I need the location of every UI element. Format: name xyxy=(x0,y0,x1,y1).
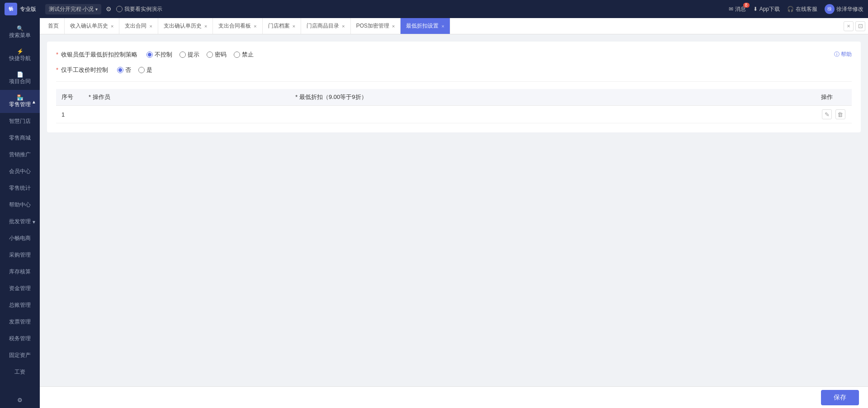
sidebar-settings-icon[interactable]: ⚙ xyxy=(13,392,27,408)
sidebar-item-ledger[interactable]: 总账管理 xyxy=(0,297,40,314)
help-button[interactable]: ⓘ 帮助 xyxy=(834,51,852,58)
member-label: 会员中心 xyxy=(2,168,38,175)
policy-no-control-label: 不控制 xyxy=(155,51,172,59)
tab-pos-password[interactable]: POS加密管理 × xyxy=(351,18,401,34)
manual-row: * 仅手工改价时控制 否 是 xyxy=(56,66,852,74)
purchase-label: 采购管理 xyxy=(2,251,38,259)
sidebar-item-purchase[interactable]: 采购管理 xyxy=(0,247,40,263)
tab-store-file-close[interactable]: × xyxy=(292,23,295,29)
user-name: 徐泽华修改 xyxy=(836,5,863,13)
tab-payment-contract-close[interactable]: × xyxy=(149,23,152,29)
policy-no-control[interactable]: 不控制 xyxy=(146,51,172,59)
sidebar-item-tax[interactable]: 税务管理 xyxy=(0,330,40,347)
tab-income-history-close[interactable]: × xyxy=(111,23,113,29)
tab-store-products-close[interactable]: × xyxy=(342,23,344,29)
tab-store-products[interactable]: 门店商品目录 × xyxy=(301,18,350,34)
policy-password-radio[interactable] xyxy=(207,52,213,58)
policy-forbid-label: 禁止 xyxy=(242,51,254,59)
sidebar-item-retail[interactable]: 🏪 零售管理 ▲ xyxy=(0,90,40,113)
policy-forbid-radio[interactable] xyxy=(234,52,240,58)
edit-row-btn[interactable]: ✎ xyxy=(822,109,832,119)
manual-yes-radio[interactable] xyxy=(138,67,145,73)
tab-close-all-btn[interactable]: × xyxy=(844,21,854,31)
logo-icon: 畅 xyxy=(5,3,17,15)
finance-label: 资金管理 xyxy=(2,285,38,292)
sidebar-item-smart-store[interactable]: 智慧门店 xyxy=(0,113,40,130)
col-header-actions: 操作 xyxy=(816,89,852,106)
sidebar-item-payroll[interactable]: 工资 xyxy=(0,364,40,380)
tab-min-discount[interactable]: 最低折扣设置 × xyxy=(401,18,450,34)
main-card: ⓘ 帮助 * 收银员低于最低折扣控制策略 不控制 xyxy=(47,42,861,132)
policy-radio-group: 不控制 提示 密码 禁 xyxy=(146,51,254,59)
tab-payment-confirm-label: 支出确认单历史 xyxy=(164,22,202,30)
sidebar-item-retail-mall[interactable]: 零售商城 xyxy=(0,130,40,146)
sidebar-item-search[interactable]: 🔍 搜索菜单 xyxy=(0,21,40,44)
sidebar-item-finance[interactable]: 资金管理 xyxy=(0,280,40,297)
sidebar-item-contract[interactable]: 📄 项目合同 xyxy=(0,67,40,90)
invoice-label: 发票管理 xyxy=(2,318,38,326)
help-label: 帮助中心 xyxy=(2,201,38,209)
policy-password[interactable]: 密码 xyxy=(207,51,226,59)
tab-payment-contract[interactable]: 支出合同 × xyxy=(119,18,158,34)
messages-btn[interactable]: ✉ 消息 8 xyxy=(729,5,746,13)
policy-forbid[interactable]: 禁止 xyxy=(234,51,254,59)
app-logo: 畅 专业版 xyxy=(5,3,41,15)
table-cell-seq: 1 xyxy=(56,106,83,123)
retail-stat-label: 零售统计 xyxy=(2,184,38,192)
policy-label: * 收银员低于最低折扣控制策略 xyxy=(56,51,137,59)
policy-no-control-radio[interactable] xyxy=(146,52,153,58)
tab-payment-board[interactable]: 支出合同看板 × xyxy=(213,18,262,34)
policy-row: * 收银员低于最低折扣控制策略 不控制 提示 xyxy=(56,51,852,59)
tab-pos-password-close[interactable]: × xyxy=(392,23,395,29)
tab-store-file[interactable]: 门店档案 × xyxy=(263,18,301,34)
manual-label: * 仅手工改价时控制 xyxy=(56,66,108,74)
sidebar-item-assets[interactable]: 固定资产 xyxy=(0,347,40,364)
search-icon: 🔍 xyxy=(2,25,38,32)
tab-min-discount-close[interactable]: × xyxy=(441,23,444,29)
table-cell-actions: ✎ 🗑 xyxy=(816,106,852,123)
demo-label: 我要看实例演示 xyxy=(124,5,162,13)
tab-home[interactable]: 首页 xyxy=(42,18,65,34)
form-section: ⓘ 帮助 * 收银员低于最低折扣控制策略 不控制 xyxy=(56,51,852,82)
online-service-label: 在线客服 xyxy=(796,5,817,13)
manual-no[interactable]: 否 xyxy=(117,66,131,74)
tab-store-file-label: 门店档案 xyxy=(268,22,290,30)
manual-radio-group: 否 是 xyxy=(117,66,152,74)
manual-no-radio[interactable] xyxy=(117,67,123,73)
online-service-btn[interactable]: 🎧 在线客服 xyxy=(787,5,817,13)
tab-income-history[interactable]: 收入确认单历史 × xyxy=(65,18,119,34)
sidebar-item-help[interactable]: 帮助中心 xyxy=(0,197,40,213)
sidebar-label-search: 搜索菜单 xyxy=(2,32,38,39)
tab-payment-confirm-close[interactable]: × xyxy=(204,23,207,29)
sidebar-item-retail-stat[interactable]: 零售统计 xyxy=(0,180,40,197)
sidebar-item-shortcut[interactable]: ⚡ 快捷导航 xyxy=(0,44,40,67)
sidebar-item-ecommerce[interactable]: 小畅电商 xyxy=(0,230,40,247)
manual-yes[interactable]: 是 xyxy=(138,66,152,74)
sidebar-item-marketing[interactable]: 营销推广 xyxy=(0,146,40,163)
manual-no-label: 否 xyxy=(125,66,131,74)
delete-row-btn[interactable]: 🗑 xyxy=(835,109,845,119)
sidebar-item-member[interactable]: 会员中心 xyxy=(0,163,40,180)
app-download-btn[interactable]: ⬇ App下载 xyxy=(753,5,780,13)
sidebar-item-wholesale[interactable]: 批发管理 ▼ xyxy=(0,213,40,230)
project-selector[interactable]: 测试分开完程·小况 ▾ xyxy=(45,4,101,14)
sidebar: 🔍 搜索菜单 ⚡ 快捷导航 📄 项目合同 🏪 零售管理 ▲ 智慧门店 零售商城 … xyxy=(0,18,40,408)
tab-more-btn[interactable]: ⊡ xyxy=(855,21,865,31)
user-menu-btn[interactable]: 徐 徐泽华修改 xyxy=(825,4,863,14)
help-btn-label: 帮助 xyxy=(841,51,852,58)
settings-icon[interactable]: ⚙ xyxy=(106,5,112,13)
policy-remind[interactable]: 提示 xyxy=(179,51,199,59)
tab-payment-confirm[interactable]: 支出确认单历史 × xyxy=(158,18,213,34)
sidebar-item-invoice[interactable]: 发票管理 xyxy=(0,314,40,330)
bottom-bar: 保存 xyxy=(40,386,868,408)
save-button[interactable]: 保存 xyxy=(821,390,859,405)
sidebar-item-inventory[interactable]: 库存核算 xyxy=(0,263,40,280)
tab-payment-board-close[interactable]: × xyxy=(254,23,256,29)
policy-remind-radio[interactable] xyxy=(179,52,186,58)
sidebar-label-contract: 项目合同 xyxy=(2,78,38,85)
tax-label: 税务管理 xyxy=(2,335,38,342)
contract-icon: 📄 xyxy=(2,71,38,78)
payroll-label: 工资 xyxy=(2,368,38,376)
demo-link[interactable]: 我要看实例演示 xyxy=(116,5,162,13)
top-bar: 畅 专业版 测试分开完程·小况 ▾ ⚙ 我要看实例演示 ✉ 消息 8 ⬇ App… xyxy=(0,0,868,18)
